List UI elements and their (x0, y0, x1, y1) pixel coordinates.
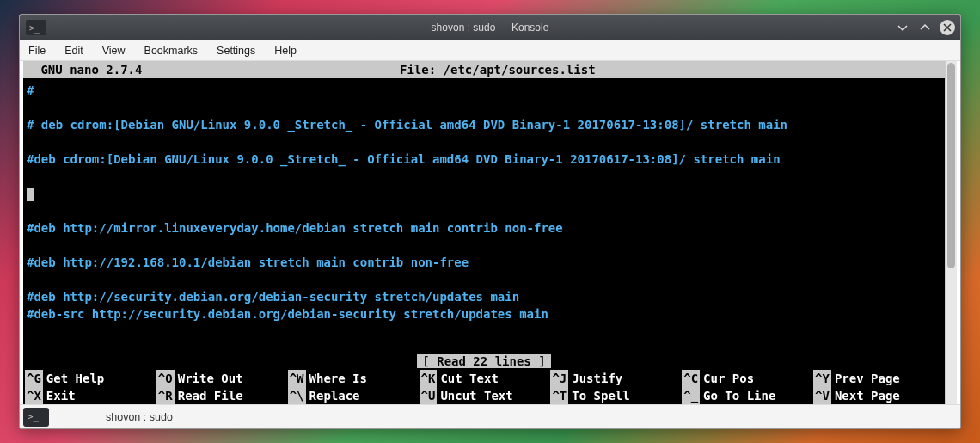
app-icon: >_ (26, 20, 46, 35)
shortcut-key: ^V (813, 387, 831, 404)
scrollbar-thumb[interactable] (947, 63, 955, 268)
shortcut-key: ^J (550, 370, 568, 387)
shortcut-key: ^W (288, 370, 306, 387)
konsole-window: >_ shovon : sudo — Konsole File Edit Vie… (19, 14, 961, 429)
editor-line: # (23, 82, 945, 99)
cursor (27, 188, 34, 201)
shortcut: ^CCur Pos (682, 370, 813, 387)
nano-shortcuts: ^GGet Help^OWrite Out^WWhere Is^KCut Tex… (23, 370, 945, 404)
shortcut-key: ^\ (288, 387, 306, 404)
shortcut: ^JJustify (550, 370, 682, 387)
editor-line (23, 99, 945, 116)
shortcut-key: ^Y (813, 370, 831, 387)
menu-edit[interactable]: Edit (64, 45, 83, 57)
nano-status-text: [ Read 22 lines ] (417, 354, 550, 368)
shortcut-label: Go To Line (703, 387, 775, 404)
shortcut-key: ^T (550, 387, 568, 404)
terminal-container: GNU nano 2.7.4 File: /etc/apt/sources.li… (20, 61, 960, 404)
shortcut-label: Write Out (178, 370, 243, 387)
nano-version: GNU nano 2.7.4 (23, 61, 142, 78)
window-title: shovon : sudo — Konsole (432, 22, 549, 34)
menu-view[interactable]: View (102, 45, 126, 57)
nano-status: [ Read 22 lines ] (23, 353, 945, 370)
editor-line: #deb http://192.168.10.1/debian stretch … (23, 254, 945, 271)
shortcut: ^RRead File (156, 387, 288, 404)
shortcut: ^\Replace (288, 387, 420, 404)
shortcut-label: Where Is (309, 370, 367, 387)
shortcut-key: ^O (156, 370, 175, 387)
shortcut-key: ^K (420, 370, 438, 387)
minimize-button[interactable] (895, 20, 910, 35)
menu-bookmarks[interactable]: Bookmarks (144, 45, 199, 57)
shortcut-label: Exit (46, 387, 76, 404)
new-tab-icon[interactable]: >_ (23, 408, 49, 427)
editor-line (23, 271, 945, 288)
close-button[interactable] (940, 20, 955, 35)
shortcut: ^VNext Page (813, 387, 945, 404)
nano-header: GNU nano 2.7.4 File: /etc/apt/sources.li… (23, 61, 945, 78)
shortcut-key: ^R (156, 387, 175, 404)
nano-editor-body[interactable]: ## deb cdrom:[Debian GNU/Linux 9.0.0 _St… (23, 78, 945, 323)
terminal[interactable]: GNU nano 2.7.4 File: /etc/apt/sources.li… (23, 61, 945, 404)
titlebar[interactable]: >_ shovon : sudo — Konsole (20, 15, 960, 40)
shortcut: ^UUncut Text (420, 387, 551, 404)
menubar: File Edit View Bookmarks Settings Help (20, 40, 960, 61)
shortcut: ^KCut Text (420, 370, 551, 387)
shortcut-label: Replace (309, 387, 360, 404)
window-controls (895, 20, 955, 35)
editor-line: #deb-src http://security.debian.org/debi… (23, 305, 945, 323)
editor-line: # deb cdrom:[Debian GNU/Linux 9.0.0 _Str… (23, 116, 945, 133)
shortcut-label: Get Help (46, 370, 104, 387)
shortcut-key: ^U (420, 387, 438, 404)
editor-line: #deb http://mirror.linuxeveryday.home/de… (23, 219, 945, 237)
shortcut: ^WWhere Is (288, 370, 420, 387)
editor-line: #deb cdrom:[Debian GNU/Linux 9.0.0 _Stre… (23, 151, 945, 168)
shortcut-label: Justify (572, 370, 622, 387)
tabbar: >_ shovon : sudo (20, 404, 960, 428)
shortcut-label: Uncut Text (440, 387, 512, 404)
shortcut-key: ^C (682, 370, 700, 387)
shortcut: ^XExit (25, 387, 156, 404)
editor-line (23, 185, 945, 202)
scrollbar[interactable] (945, 61, 957, 404)
editor-line: #deb http://security.debian.org/debian-s… (23, 288, 945, 305)
shortcut-label: Cur Pos (703, 370, 754, 387)
shortcut: ^GGet Help (25, 370, 156, 387)
shortcut: ^OWrite Out (156, 370, 288, 387)
shortcut: ^TTo Spell (550, 387, 682, 404)
shortcut: ^YPrev Page (813, 370, 945, 387)
editor-line (23, 237, 945, 254)
tab[interactable]: shovon : sudo (54, 409, 224, 426)
shortcut-label: Cut Text (440, 370, 498, 387)
shortcut-label: Prev Page (835, 370, 900, 387)
shortcut-key: ^X (25, 387, 43, 404)
editor-line (23, 168, 945, 185)
menu-file[interactable]: File (28, 45, 46, 57)
shortcut-key: ^_ (682, 387, 700, 404)
shortcut-label: Read File (178, 387, 243, 404)
shortcut-key: ^G (25, 370, 43, 387)
menu-help[interactable]: Help (274, 45, 297, 57)
shortcut-label: To Spell (572, 387, 629, 404)
editor-line (23, 133, 945, 151)
shortcut: ^_Go To Line (682, 387, 813, 404)
editor-line (23, 202, 945, 219)
nano-file-path: File: /etc/apt/sources.list (400, 61, 596, 78)
shortcut-label: Next Page (835, 387, 900, 404)
menu-settings[interactable]: Settings (217, 45, 255, 57)
maximize-button[interactable] (917, 20, 933, 35)
